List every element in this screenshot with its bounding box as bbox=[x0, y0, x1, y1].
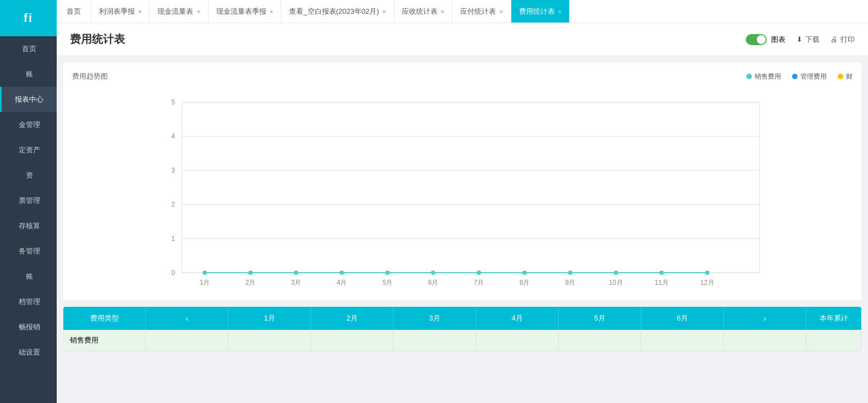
tab-expense-stats[interactable]: 费用统计表 × bbox=[511, 0, 570, 23]
td-jun bbox=[641, 330, 724, 351]
legend-admin: 管理费用 bbox=[792, 72, 827, 81]
svg-text:9月: 9月 bbox=[565, 279, 576, 286]
tab-cashflow[interactable]: 现金流量表 × bbox=[150, 0, 208, 23]
svg-point-18 bbox=[431, 270, 435, 275]
tab-close-payable[interactable]: × bbox=[499, 8, 503, 15]
td-may bbox=[559, 330, 641, 351]
sidebar-item-assets[interactable]: 定资产 bbox=[0, 137, 57, 163]
sidebar-item-reports[interactable]: 报表中心 bbox=[0, 87, 57, 112]
sidebar-item-ledger[interactable]: 账 bbox=[0, 264, 57, 289]
sidebar-item-inventory[interactable]: 存核算 bbox=[0, 213, 57, 239]
chart-toggle-wrapper[interactable]: 图表 bbox=[746, 34, 785, 45]
page-title: 费用统计表 bbox=[70, 32, 125, 47]
svg-point-17 bbox=[385, 270, 390, 275]
th-feb: 2月 bbox=[311, 307, 394, 330]
sidebar-item-home[interactable]: 首页 bbox=[0, 36, 57, 62]
sidebar-item-tickets[interactable]: 票管理 bbox=[0, 188, 57, 213]
th-next[interactable]: › bbox=[724, 307, 806, 330]
sidebar-item-cash[interactable]: 金管理 bbox=[0, 112, 57, 137]
legend-dot-finance bbox=[838, 74, 843, 79]
chart-title: 费用趋势图 bbox=[72, 71, 108, 81]
svg-text:1: 1 bbox=[171, 235, 175, 242]
chart-toggle-label: 图表 bbox=[771, 35, 785, 45]
chart-legend: 销售费用 管理费用 财 bbox=[746, 72, 853, 81]
td-nav-spacer2 bbox=[724, 330, 806, 351]
chart-toggle[interactable] bbox=[746, 34, 767, 45]
svg-text:8月: 8月 bbox=[520, 279, 530, 286]
chart-container: 0 1 2 3 4 5 bbox=[72, 88, 853, 291]
th-mar: 3月 bbox=[394, 307, 476, 330]
svg-text:2: 2 bbox=[171, 201, 175, 208]
svg-text:3: 3 bbox=[171, 167, 175, 174]
tab-close-blank-report[interactable]: × bbox=[383, 8, 386, 15]
td-jan bbox=[228, 330, 311, 351]
legend-dot-admin bbox=[792, 74, 798, 79]
tab-close-cashflow-quarterly[interactable]: × bbox=[270, 8, 273, 15]
td-type: 销售费用 bbox=[63, 330, 146, 351]
chart-svg: 0 1 2 3 4 5 bbox=[72, 88, 853, 291]
svg-point-22 bbox=[614, 270, 618, 275]
th-type: 费用类型 bbox=[63, 307, 146, 330]
tab-profit[interactable]: 利润表季报 × bbox=[91, 0, 150, 23]
sidebar-logo: fi bbox=[0, 0, 57, 36]
th-apr: 4月 bbox=[476, 307, 559, 330]
sidebar-item-resource[interactable]: 资 bbox=[0, 163, 57, 188]
print-icon: 🖨 bbox=[831, 35, 838, 43]
legend-label-finance: 财 bbox=[846, 72, 853, 81]
svg-point-13 bbox=[203, 270, 207, 275]
svg-text:0: 0 bbox=[171, 269, 175, 277]
sidebar-item-expense[interactable]: 畅报销 bbox=[0, 314, 57, 340]
th-ytd: 本年累计 bbox=[806, 307, 861, 330]
table-row: 销售费用 bbox=[63, 330, 861, 351]
chart-section: 费用趋势图 销售费用 管理费用 财 bbox=[63, 63, 861, 300]
th-may: 5月 bbox=[559, 307, 641, 330]
svg-rect-12 bbox=[182, 102, 760, 273]
legend-dot-sales bbox=[746, 74, 752, 79]
download-button[interactable]: ⬇ 下载 bbox=[796, 35, 820, 45]
svg-point-14 bbox=[248, 270, 253, 275]
td-ytd bbox=[806, 330, 861, 351]
tab-receivable[interactable]: 应收统计表 × bbox=[394, 0, 452, 23]
tab-bar: 首页 利润表季报 × 现金流量表 × 现金流量表季报 × 查看_空白报表(202… bbox=[57, 0, 868, 23]
main-area: 首页 利润表季报 × 现金流量表 × 现金流量表季报 × 查看_空白报表(202… bbox=[57, 0, 868, 403]
svg-text:1月: 1月 bbox=[200, 279, 210, 286]
sidebar-item-files[interactable]: 档管理 bbox=[0, 289, 57, 314]
svg-point-23 bbox=[659, 270, 664, 275]
chart-header: 费用趋势图 销售费用 管理费用 财 bbox=[72, 71, 853, 81]
page-header: 费用统计表 图表 ⬇ 下载 🖨 打印 bbox=[57, 23, 868, 56]
svg-text:4: 4 bbox=[171, 133, 175, 140]
tab-blank-report[interactable]: 查看_空白报表(2023年02月) × bbox=[281, 0, 394, 23]
tab-close-profit[interactable]: × bbox=[138, 8, 141, 15]
td-mar bbox=[394, 330, 476, 351]
sidebar-item-account[interactable]: 账 bbox=[0, 62, 57, 87]
tab-close-receivable[interactable]: × bbox=[441, 8, 444, 15]
sidebar-item-service[interactable]: 务管理 bbox=[0, 239, 57, 264]
sidebar-item-settings[interactable]: 础设置 bbox=[0, 340, 57, 365]
svg-text:10月: 10月 bbox=[609, 279, 623, 286]
print-button[interactable]: 🖨 打印 bbox=[831, 35, 855, 45]
legend-sales: 销售费用 bbox=[746, 72, 781, 81]
prev-arrow[interactable]: ‹ bbox=[183, 314, 190, 323]
svg-point-15 bbox=[294, 270, 298, 275]
tab-payable[interactable]: 应付统计表 × bbox=[452, 0, 511, 23]
th-jan: 1月 bbox=[228, 307, 311, 330]
header-actions: 图表 ⬇ 下载 🖨 打印 bbox=[746, 34, 855, 45]
tab-home[interactable]: 首页 bbox=[57, 0, 91, 23]
tab-close-cashflow[interactable]: × bbox=[196, 8, 200, 15]
svg-text:12月: 12月 bbox=[700, 279, 714, 286]
sidebar: fi 首页 账 报表中心 金管理 定资产 资 票管理 存核算 务管理 账 档管理… bbox=[0, 0, 57, 403]
svg-point-16 bbox=[340, 270, 344, 275]
td-apr bbox=[476, 330, 559, 351]
svg-point-21 bbox=[568, 270, 572, 275]
th-prev[interactable]: ‹ bbox=[146, 307, 228, 330]
svg-text:3月: 3月 bbox=[291, 279, 302, 286]
legend-label-sales: 销售费用 bbox=[755, 72, 781, 81]
svg-text:6月: 6月 bbox=[428, 279, 439, 286]
content-area: 费用统计表 图表 ⬇ 下载 🖨 打印 费用趋势图 bbox=[57, 23, 868, 403]
svg-text:11月: 11月 bbox=[654, 279, 668, 286]
tab-cashflow-quarterly[interactable]: 现金流量表季报 × bbox=[209, 0, 281, 23]
tab-close-expense-stats[interactable]: × bbox=[558, 8, 561, 15]
next-arrow[interactable]: › bbox=[761, 314, 768, 323]
svg-text:7月: 7月 bbox=[474, 279, 484, 286]
td-nav-spacer bbox=[146, 330, 228, 351]
